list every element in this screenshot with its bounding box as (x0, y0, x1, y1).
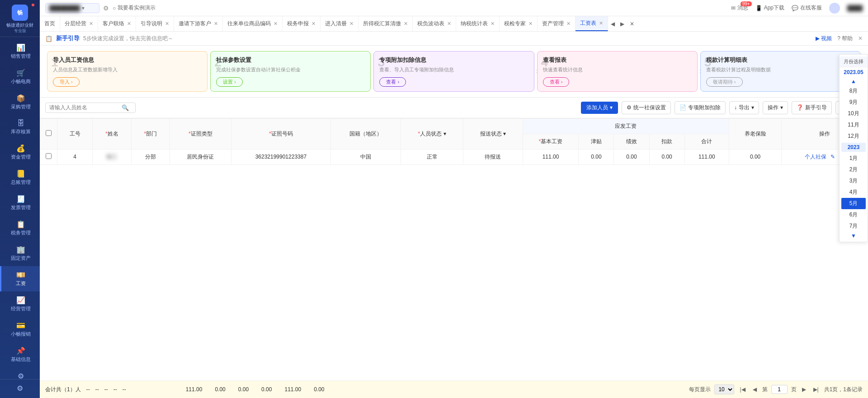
guide-help-link[interactable]: ? 帮助 (837, 35, 853, 42)
per-page-select[interactable]: 10 20 50 (714, 384, 734, 394)
tab-close-icon[interactable]: ✕ (447, 21, 451, 27)
tab-税检专家[interactable]: 税检专家✕ (500, 16, 538, 31)
add-person-button[interactable]: 添加人员 ▾ (581, 102, 618, 114)
online-service-button[interactable]: 💬 在线客服 (792, 4, 822, 12)
tab-next-btn[interactable]: ▶ (618, 16, 627, 31)
username[interactable]: ████ (847, 5, 863, 11)
tab-close-icon[interactable]: ✕ (89, 21, 93, 27)
new-guide-button[interactable]: ❓ 新手引导 (792, 101, 832, 114)
step-btn[interactable]: 查看 › (379, 77, 406, 87)
sidebar-item-工资[interactable]: 💴 工资 (0, 266, 40, 291)
prev-page-btn[interactable]: ◀ (751, 385, 759, 393)
step-btn[interactable]: 敬请期待 › (706, 77, 743, 87)
company-selector[interactable]: ████████ ▾ (45, 3, 99, 13)
month-down-btn[interactable]: ▼ (840, 232, 868, 240)
edit-link[interactable]: ✎ (830, 154, 835, 160)
tab-close-all-btn[interactable]: ✕ (627, 16, 637, 31)
row-checkbox-cell (40, 149, 57, 164)
avatar[interactable] (829, 3, 840, 14)
tab-税务申报[interactable]: 税务申报✕ (283, 16, 321, 31)
tab-close-icon[interactable]: ✕ (491, 21, 495, 27)
row-emp-no: 4 (57, 149, 93, 164)
first-page-btn[interactable]: |◀ (738, 385, 747, 393)
tab-引导说明[interactable]: 引导说明✕ (136, 16, 174, 31)
month-item-9月[interactable]: 9月 (840, 97, 868, 108)
month-item-8月[interactable]: 8月 (840, 85, 868, 97)
page-suffix: 页 (791, 386, 797, 393)
unified-settings-button[interactable]: ⚙ 统一社保设置 (622, 101, 671, 114)
tab-prev-btn[interactable]: ◀ (608, 16, 618, 31)
msg-button[interactable]: ✉ 消息 99+ (731, 4, 748, 12)
tab-close-icon[interactable]: ✕ (274, 21, 278, 27)
step-btn[interactable]: 导入 › (53, 77, 80, 87)
sidebar-item-系统管理[interactable]: ⚙ 系统管理 (0, 367, 40, 379)
tab-往来单位商品编码[interactable]: 往来单位商品编码✕ (223, 16, 283, 31)
month-item-2月[interactable]: 2月 (840, 164, 868, 175)
row-checkbox[interactable] (46, 153, 52, 159)
step-btn[interactable]: 设置 › (216, 77, 243, 87)
tab-客户联络[interactable]: 客户联络✕ (98, 16, 136, 31)
sidebar-item-资金管理[interactable]: 💰 资金管理 (0, 140, 40, 165)
tab-close-icon[interactable]: ✕ (165, 21, 169, 27)
tab-进入清册[interactable]: 进入清册✕ (321, 16, 359, 31)
month-item-10月[interactable]: 10月 (840, 108, 868, 119)
sidebar-item-库存核算[interactable]: 🗄 库存核算 (0, 115, 40, 140)
tab-分层经营[interactable]: 分层经营✕ (60, 16, 98, 31)
guide-video-link[interactable]: ▶ 视频 (816, 35, 832, 42)
step-btn[interactable]: 查看 › (543, 77, 570, 87)
month-up-btn[interactable]: ▲ (840, 77, 868, 85)
month-item-12月[interactable]: 12月 (840, 131, 868, 142)
tab-所得税汇算清缴[interactable]: 所得税汇算清缴✕ (359, 16, 413, 31)
next-page-btn[interactable]: ▶ (800, 385, 808, 393)
tab-close-icon[interactable]: ✕ (349, 21, 354, 27)
sidebar-item-发票管理[interactable]: 🧾 发票管理 (0, 190, 40, 215)
sidebar-item-销售管理[interactable]: 📊 销售管理 (0, 39, 40, 64)
tab-close-icon[interactable]: ✕ (127, 21, 131, 27)
sidebar-item-基础信息[interactable]: 📌 基础信息 (0, 342, 40, 367)
tab-close-icon[interactable]: ✕ (566, 21, 571, 27)
tab-工资表[interactable]: 工资表✕ (576, 16, 608, 31)
last-page-btn[interactable]: ▶| (811, 385, 821, 393)
month-item-4月[interactable]: 4月 (840, 187, 868, 198)
tab-close-icon[interactable]: ✕ (599, 20, 603, 26)
tab-首页[interactable]: 首页 (40, 16, 60, 31)
special-deduct-button[interactable]: 📄 专项附加扣除 (675, 101, 726, 114)
month-item-11月[interactable]: 11月 (840, 119, 868, 131)
step-2: 2 社保参数设置 完成社保参数设置自动计算社保公积金 设置 › (210, 51, 371, 92)
select-all-checkbox[interactable] (46, 130, 52, 136)
personal-social-ins-link[interactable]: 个人社保 (805, 154, 826, 160)
month-item-3月[interactable]: 3月 (840, 175, 868, 187)
tab-邀请下游客户[interactable]: 邀请下游客户✕ (174, 16, 223, 31)
month-item-6月[interactable]: 6月 (840, 209, 868, 220)
sidebar-item-税务管理[interactable]: 📋 税务管理 (0, 215, 40, 241)
tab-资产管理[interactable]: 资产管理✕ (538, 16, 576, 31)
month-item-7月[interactable]: 7月 (840, 220, 868, 232)
tab-close-icon[interactable]: ✕ (311, 21, 316, 27)
operations-button[interactable]: 操作 ▾ (763, 101, 788, 114)
sidebar-item-小畅电商[interactable]: 🛒 小畅电商 (0, 64, 40, 89)
month-item-1月[interactable]: 1月 (840, 153, 868, 164)
demo-link[interactable]: ○ 我要看实例演示 (113, 4, 156, 12)
search-input[interactable] (49, 104, 122, 111)
export-button[interactable]: ↓ 导出 ▾ (729, 101, 759, 114)
sidebar-item-小畅报销[interactable]: 💳 小畅报销 (0, 317, 40, 342)
guide-close-icon[interactable]: ✕ (858, 35, 863, 42)
search-icon[interactable]: 🔍 (122, 104, 129, 111)
tab-close-icon[interactable]: ✕ (528, 21, 533, 27)
app-download-button[interactable]: 📱 App下载 (755, 4, 784, 12)
sidebar-item-采购管理[interactable]: 📦 采购管理 (0, 89, 40, 115)
page-input[interactable] (771, 385, 788, 394)
th-basic-salary: *基本工资 (523, 134, 579, 149)
sidebar-item-经营管理[interactable]: 📈 经营管理 (0, 291, 40, 317)
tab-纳税统计表[interactable]: 纳税统计表✕ (456, 16, 500, 31)
header-settings-icon[interactable]: ⚙ (103, 5, 109, 12)
tab-close-icon[interactable]: ✕ (214, 21, 218, 27)
sidebar-item-总账管理[interactable]: 📒 总账管理 (0, 165, 40, 190)
tab-税负波动表[interactable]: 税负波动表✕ (413, 16, 456, 31)
month-item-5月[interactable]: 5月 (841, 198, 866, 209)
help-label: 帮助 (842, 35, 853, 42)
sidebar-item-固定资产[interactable]: 🏢 固定资产 (0, 241, 40, 266)
step-4: 4 查看报表 快速查看统计信息 查看 › (537, 51, 698, 92)
tab-close-icon[interactable]: ✕ (404, 21, 408, 27)
sidebar-settings[interactable]: ⚙ (0, 379, 40, 398)
